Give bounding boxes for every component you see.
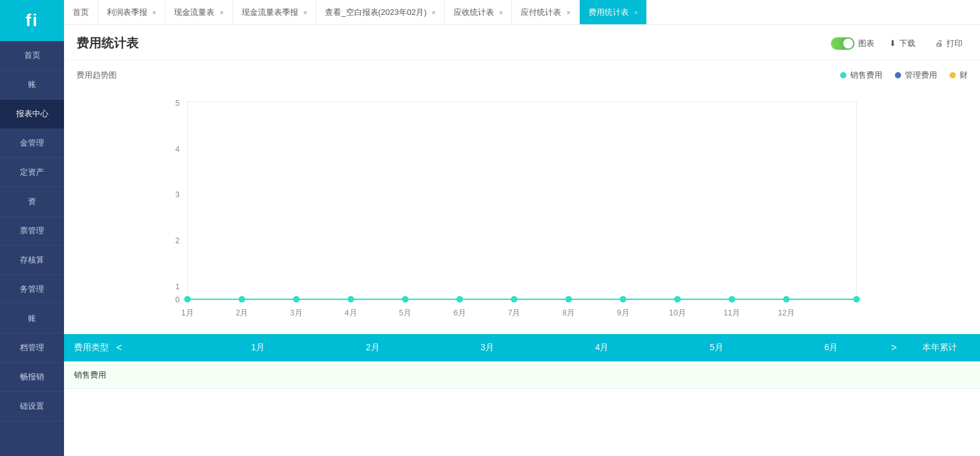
legend-finance: 财 xyxy=(950,70,968,81)
sidebar-item-settings[interactable]: 础设置 xyxy=(0,392,64,421)
th-month-1: 1月 xyxy=(201,342,315,353)
tab-expense-stats[interactable]: 费用统计表 × xyxy=(580,0,647,24)
th-total: 本年累计 xyxy=(899,342,980,353)
header-actions: 图表 ⬇ 下载 🖨 打印 xyxy=(831,35,968,52)
tab-bar: 首页 利润表季报 × 现金流量表 × 现金流量表季报 × 查看_空白报表(202… xyxy=(64,0,980,25)
toggle-wrap: 图表 xyxy=(831,37,874,50)
th-month-4: 4月 xyxy=(544,342,659,353)
tab-cashflow[interactable]: 现金流量表 × xyxy=(165,0,232,24)
th-month-2: 2月 xyxy=(315,342,429,353)
tab-close-5[interactable]: × xyxy=(499,9,503,16)
legend-sales: 销售费用 xyxy=(840,70,882,81)
th-month-3: 3月 xyxy=(430,342,544,353)
td-val-sales-2 xyxy=(317,369,433,381)
svg-text:8月: 8月 xyxy=(562,309,575,317)
tab-home[interactable]: 首页 xyxy=(64,0,98,24)
chart-toggle[interactable] xyxy=(831,37,854,50)
sidebar-item-home[interactable]: 首页 xyxy=(0,41,64,70)
svg-text:9月: 9月 xyxy=(617,309,630,317)
svg-text:3: 3 xyxy=(175,190,180,199)
td-val-sales-3 xyxy=(434,369,550,381)
svg-text:0: 0 xyxy=(175,295,180,304)
tab-cashflow-quarterly[interactable]: 现金流量表季报 × xyxy=(233,0,316,24)
tab-payable[interactable]: 应付统计表 × xyxy=(512,0,579,24)
legend-dot-finance xyxy=(950,72,956,78)
chart-title: 费用趋势图 xyxy=(76,70,117,81)
sidebar-item-finance[interactable]: 金管理 xyxy=(0,129,64,158)
svg-text:3月: 3月 xyxy=(290,309,303,317)
tab-close-7[interactable]: × xyxy=(634,9,638,16)
td-val-sales-5 xyxy=(666,369,782,381)
page-title: 费用统计表 xyxy=(76,35,139,52)
toggle-label: 图表 xyxy=(858,38,874,49)
svg-rect-12 xyxy=(188,101,857,300)
sidebar-item-services[interactable]: 务管理 xyxy=(0,275,64,304)
print-icon: 🖨 xyxy=(935,39,943,48)
svg-text:1: 1 xyxy=(175,282,180,291)
tab-close-6[interactable]: × xyxy=(566,9,570,16)
td-val-sales-1 xyxy=(201,369,317,381)
sidebar-item-invoices[interactable]: 票管理 xyxy=(0,216,64,246)
svg-point-23 xyxy=(729,296,736,303)
legend-label-finance: 财 xyxy=(959,70,968,81)
sidebar-item-ledger[interactable]: 账 xyxy=(0,70,64,100)
table-header-row: 费用类型 < 1月 2月 3月 4月 5月 6月 > 本年累计 xyxy=(64,334,980,361)
svg-text:2月: 2月 xyxy=(236,309,248,317)
download-button[interactable]: ⬇ 下载 xyxy=(884,35,920,52)
th-nav-next[interactable]: > xyxy=(889,342,899,353)
svg-point-20 xyxy=(566,296,572,303)
th-type-label: 费用类型 xyxy=(74,342,109,353)
svg-point-17 xyxy=(402,296,409,303)
print-label: 打印 xyxy=(946,38,963,49)
td-type-sales: 销售费用 xyxy=(64,370,201,381)
download-label: 下载 xyxy=(899,38,915,49)
download-icon: ⬇ xyxy=(889,39,896,48)
svg-text:6月: 6月 xyxy=(454,309,466,317)
chart-section: 费用趋势图 销售费用 管理费用 财 xyxy=(64,60,980,334)
legend-admin: 管理费用 xyxy=(895,70,937,81)
svg-text:10月: 10月 xyxy=(669,309,686,317)
legend-label-sales: 销售费用 xyxy=(850,70,882,81)
svg-text:5月: 5月 xyxy=(399,309,411,317)
tab-blank-report[interactable]: 查看_空白报表(2023年02月) × xyxy=(316,0,445,24)
chart-wrap: 5 4 3 2 1 0 xyxy=(76,86,968,324)
legend-label-admin: 管理费用 xyxy=(905,70,937,81)
sidebar-item-capital[interactable]: 资 xyxy=(0,187,64,216)
chart-svg: 5 4 3 2 1 0 xyxy=(76,86,968,322)
table-row-sales: 销售费用 xyxy=(64,361,980,389)
sidebar-item-accounts[interactable]: 账 xyxy=(0,304,64,333)
tab-close-4[interactable]: × xyxy=(432,9,436,16)
svg-text:11月: 11月 xyxy=(723,309,740,317)
tab-close-2[interactable]: × xyxy=(219,9,223,16)
print-button[interactable]: 🖨 打印 xyxy=(930,35,968,52)
tab-receivable[interactable]: 应收统计表 × xyxy=(445,0,512,24)
main-content: 首页 利润表季报 × 现金流量表 × 现金流量表季报 × 查看_空白报表(202… xyxy=(64,0,980,456)
svg-point-24 xyxy=(783,296,790,303)
svg-point-25 xyxy=(853,296,860,303)
th-month-6: 6月 xyxy=(774,342,888,353)
sidebar-logo: fi xyxy=(0,0,64,41)
page-header: 费用统计表 图表 ⬇ 下载 🖨 打印 xyxy=(64,25,980,60)
tab-profit-quarterly[interactable]: 利润表季报 × xyxy=(98,0,165,24)
sidebar-item-expense[interactable]: 畅报销 xyxy=(0,363,64,392)
sidebar-item-inventory[interactable]: 存核算 xyxy=(0,246,64,275)
th-month-5: 5月 xyxy=(659,342,774,353)
sidebar-item-reports[interactable]: 报表中心 xyxy=(0,100,64,129)
svg-point-22 xyxy=(674,296,681,303)
sidebar-item-archives[interactable]: 档管理 xyxy=(0,333,64,363)
chart-legend: 销售费用 管理费用 财 xyxy=(840,70,968,81)
td-val-sales-6 xyxy=(783,369,899,381)
tab-close-3[interactable]: × xyxy=(303,9,307,16)
td-val-sales-4 xyxy=(550,369,666,381)
chart-header: 费用趋势图 销售费用 管理费用 财 xyxy=(76,70,968,81)
svg-text:4月: 4月 xyxy=(344,309,357,317)
svg-point-19 xyxy=(511,296,518,303)
svg-point-21 xyxy=(620,296,626,303)
legend-dot-sales xyxy=(840,72,846,78)
th-nav-prev[interactable]: < xyxy=(114,342,124,353)
svg-text:7月: 7月 xyxy=(508,309,520,317)
svg-text:4: 4 xyxy=(175,145,180,154)
svg-text:2: 2 xyxy=(175,236,180,245)
sidebar-item-assets[interactable]: 定资产 xyxy=(0,158,64,187)
tab-close-1[interactable]: × xyxy=(152,9,156,16)
